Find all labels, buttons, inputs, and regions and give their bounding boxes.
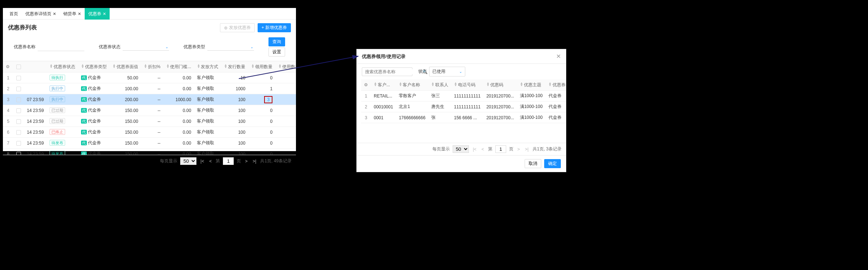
- col-header[interactable]: 优惠券状态: [47, 61, 78, 72]
- m-prev-page[interactable]: <: [480, 147, 485, 152]
- table-row[interactable]: 307 23:59执行中代代金券200.00--1000.00客户领取10031…: [3, 94, 296, 105]
- col-header[interactable]: 使用门槛...: [163, 61, 194, 72]
- filter-type-select[interactable]: ⌄: [207, 43, 254, 51]
- cell-check[interactable]: [13, 94, 24, 105]
- sort-icon[interactable]: [374, 82, 377, 87]
- m-first-page[interactable]: |<: [472, 147, 478, 152]
- m-col-header[interactable]: 电话号码: [451, 79, 483, 91]
- cell-check[interactable]: [13, 105, 24, 116]
- issue-coupon-button[interactable]: ⊕ 发放优惠券: [220, 23, 255, 32]
- col-header[interactable]: 领用数量: [248, 61, 275, 72]
- gear-icon[interactable]: ⚙: [6, 64, 10, 69]
- checkbox[interactable]: [16, 119, 21, 124]
- m-col-header[interactable]: 优惠券类: [546, 79, 566, 91]
- m-last-page[interactable]: >|: [524, 147, 530, 152]
- m-col-header[interactable]: 客户名称: [396, 79, 428, 91]
- cancel-button[interactable]: 取消: [525, 159, 541, 168]
- search-input[interactable]: [365, 69, 419, 74]
- sort-icon[interactable]: [144, 63, 147, 68]
- close-icon[interactable]: ✕: [53, 8, 56, 20]
- sort-icon[interactable]: [251, 63, 254, 68]
- col-header[interactable]: 优惠券面值: [110, 61, 141, 72]
- table-row[interactable]: 1待执行代代金券50.00--0.00客户领取1000↗▦: [3, 72, 296, 83]
- status-select[interactable]: 已使用 ⌄: [429, 67, 465, 76]
- checkbox[interactable]: [16, 108, 21, 113]
- last-page-button[interactable]: >|: [251, 159, 257, 164]
- cell-check[interactable]: [13, 127, 24, 138]
- col-header[interactable]: ⚙: [3, 61, 13, 72]
- checkbox[interactable]: [16, 130, 21, 135]
- sort-icon[interactable]: [278, 63, 281, 68]
- settings-button[interactable]: 设置: [268, 47, 285, 57]
- tab-优惠券详情页[interactable]: 优惠券详情页✕: [22, 8, 60, 20]
- tab-优惠券[interactable]: 优惠券✕: [85, 8, 110, 20]
- first-page-button[interactable]: |<: [199, 159, 205, 164]
- m-col-header[interactable]: 优惠主题: [517, 79, 546, 91]
- page-input[interactable]: [223, 157, 234, 165]
- table-scroll[interactable]: ⚙优惠券状态优惠券类型优惠券面值折扣%使用门槛...发放方式发行数量领用数量使用…: [3, 61, 296, 155]
- sort-icon[interactable]: [399, 82, 402, 87]
- sort-icon[interactable]: [50, 63, 53, 68]
- cell-check[interactable]: [13, 149, 24, 155]
- table-row[interactable]: 2执行中代代金券100.00--0.00客户领取100010↗▦: [3, 83, 296, 94]
- sort-icon[interactable]: [549, 82, 552, 87]
- tab-首页[interactable]: 首页: [6, 8, 22, 20]
- checkbox[interactable]: [16, 152, 21, 155]
- m-col-header[interactable]: 客户...: [371, 79, 396, 91]
- close-icon[interactable]: ✕: [78, 8, 81, 20]
- sort-icon[interactable]: [224, 63, 227, 68]
- cell-take[interactable]: 3: [248, 94, 275, 105]
- close-icon[interactable]: ✕: [556, 53, 561, 60]
- cell-check[interactable]: [13, 72, 24, 83]
- table-row[interactable]: 514 23:59已过期代代金券150.00--0.00客户领取10000↗▦: [3, 116, 296, 127]
- modal-table-wrap[interactable]: ⚙客户...客户名称联系人电话号码优惠码优惠主题优惠券类 1RETAIL...零…: [357, 79, 566, 143]
- gear-icon[interactable]: ⚙: [364, 82, 368, 87]
- tab-销货单[interactable]: 销货单✕: [60, 8, 85, 20]
- col-header[interactable]: 发放方式: [194, 61, 221, 72]
- table-row[interactable]: 614 23:59已终止代代金券150.00--0.00客户领取10000↗▦: [3, 127, 296, 138]
- cell-check[interactable]: [13, 138, 24, 149]
- m-col-header[interactable]: 联系人: [428, 79, 451, 91]
- checkbox[interactable]: [16, 141, 21, 146]
- add-coupon-button[interactable]: + 新增优惠券: [258, 23, 291, 32]
- m-next-page[interactable]: >: [516, 147, 521, 152]
- col-header[interactable]: 发行数量: [221, 61, 248, 72]
- prev-page-button[interactable]: <: [208, 159, 213, 164]
- m-col-header[interactable]: ⚙: [361, 79, 371, 91]
- sort-icon[interactable]: [166, 63, 169, 68]
- col-header[interactable]: [13, 61, 24, 72]
- col-header[interactable]: 优惠券类型: [78, 61, 110, 72]
- m-per-select[interactable]: 50: [453, 145, 469, 153]
- filter-name-input[interactable]: [38, 43, 84, 51]
- checkbox[interactable]: [16, 97, 21, 102]
- col-header[interactable]: 折扣%: [141, 61, 164, 72]
- usage-row[interactable]: 1RETAIL...零散客户张三111111111112019120700...…: [361, 91, 566, 101]
- table-row[interactable]: 814 23:59待发布代代金券150.00--0.00客户领取10000↗▦: [3, 149, 296, 155]
- close-icon[interactable]: ✕: [103, 8, 106, 20]
- sort-icon[interactable]: [431, 82, 435, 87]
- m-col-header[interactable]: 优惠码: [483, 79, 517, 91]
- filter-status-select[interactable]: ⌄: [123, 43, 169, 51]
- next-page-button[interactable]: >: [244, 159, 249, 164]
- ok-button[interactable]: 确定: [544, 159, 561, 168]
- cell-check[interactable]: [13, 116, 24, 127]
- checkbox[interactable]: [16, 76, 21, 80]
- checkbox[interactable]: [16, 87, 21, 91]
- per-page-select[interactable]: 50: [180, 157, 196, 165]
- checkbox-all[interactable]: [16, 65, 21, 69]
- table-row[interactable]: 414 23:59已过期代代金券150.00--0.00客户领取10000↗▦: [3, 105, 296, 116]
- usage-row[interactable]: 3000117666666666张156 6666 ...2019120700.…: [361, 112, 566, 123]
- sort-icon[interactable]: [197, 63, 200, 68]
- sort-icon[interactable]: [520, 82, 523, 87]
- col-header[interactable]: 使用数量: [275, 61, 296, 72]
- table-row[interactable]: 714 23:59待发布代代金券150.00--0.00客户领取10000↗▦: [3, 138, 296, 149]
- usage-row[interactable]: 200010001北京1唐先生111111111112019120700...满…: [361, 101, 566, 112]
- col-header[interactable]: [24, 61, 47, 72]
- query-button[interactable]: 查询: [268, 37, 285, 46]
- sort-icon[interactable]: [454, 82, 457, 87]
- sort-icon[interactable]: [113, 63, 116, 68]
- sort-icon[interactable]: [486, 82, 490, 87]
- cell-check[interactable]: [13, 83, 24, 94]
- sort-icon[interactable]: [81, 63, 84, 68]
- m-page-input[interactable]: [495, 145, 506, 153]
